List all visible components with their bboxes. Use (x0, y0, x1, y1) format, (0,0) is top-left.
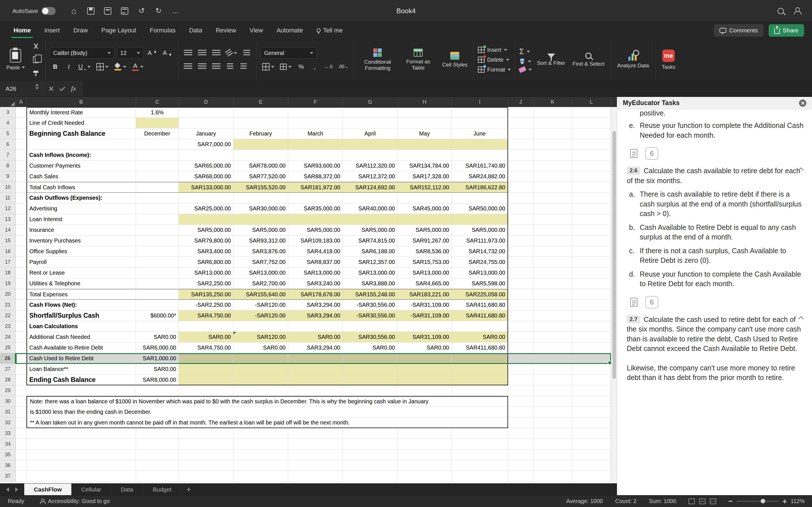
cell-F3[interactable] (288, 107, 343, 118)
cell-A34[interactable] (16, 439, 27, 450)
cell-B13[interactable]: Loan Interest (27, 214, 136, 225)
font-size-select[interactable]: 12 (117, 47, 144, 59)
cell-D8[interactable]: SAR65,000.00 (179, 161, 234, 171)
cell-I25[interactable]: SAR411,680.80 (452, 342, 508, 353)
step-count-badge[interactable]: 6 (645, 147, 658, 160)
row-header-32[interactable]: 32 (0, 417, 16, 428)
cell-E7[interactable] (234, 150, 288, 161)
row-header-18[interactable]: 18 (0, 268, 16, 278)
cell-G25[interactable]: SAR0.00 (343, 342, 398, 353)
cell-G8[interactable]: SAR112,320.00 (343, 161, 398, 171)
row-header-17[interactable]: 17 (0, 257, 16, 268)
cell-C13[interactable] (136, 214, 179, 225)
cell-J19[interactable] (508, 278, 534, 289)
cell-K15[interactable] (534, 235, 572, 246)
row-header-11[interactable]: 11 (0, 193, 16, 203)
cell-H19[interactable]: SAR4,665.00 (398, 278, 452, 289)
cell-J30[interactable] (508, 396, 534, 407)
cell-D35[interactable] (179, 450, 234, 460)
cell-L33[interactable] (572, 428, 611, 439)
row-header-14[interactable]: 14 (0, 225, 16, 235)
cell-L30[interactable] (572, 396, 611, 407)
page-break-view-icon[interactable] (710, 499, 716, 504)
cell-F36[interactable] (288, 460, 343, 471)
cell-H12[interactable]: SAR45,000.00 (398, 203, 452, 214)
cell-A16[interactable] (16, 246, 27, 257)
cell-L26[interactable] (572, 353, 611, 364)
cell-F14[interactable]: SAR5,000.00 (288, 225, 343, 235)
cell-G35[interactable] (343, 450, 398, 460)
cell-F18[interactable]: SAR13,000.00 (288, 268, 343, 278)
cell-D33[interactable] (179, 428, 234, 439)
cell-L18[interactable] (572, 268, 611, 278)
cell-I8[interactable]: SAR161,740.80 (452, 161, 508, 171)
fill-button[interactable] (519, 58, 532, 64)
cell-G11[interactable] (343, 193, 398, 203)
cell-D13[interactable] (179, 214, 234, 225)
increase-font-button[interactable]: A▲ (146, 47, 159, 59)
format-as-table-button[interactable]: Format as Table (399, 48, 437, 72)
cell-H36[interactable] (398, 460, 452, 471)
font-color-button[interactable]: A (130, 61, 145, 72)
cell-E5[interactable]: February (234, 128, 288, 139)
cell-I13[interactable] (452, 214, 508, 225)
row-header-12[interactable]: 12 (0, 203, 16, 214)
cell-D24[interactable]: SAR0.00 (179, 332, 234, 342)
cell-J21[interactable] (508, 300, 534, 311)
paste-button[interactable]: Paste (4, 48, 28, 71)
cell-F5[interactable]: March (288, 128, 343, 139)
zoom-out-icon[interactable] (728, 501, 732, 502)
cell-C5[interactable]: December (136, 128, 179, 139)
cell-A7[interactable] (16, 150, 27, 161)
cell-E3[interactable] (234, 107, 288, 118)
cell-I6[interactable] (452, 139, 508, 150)
cell-G4[interactable] (343, 118, 398, 128)
align-right-button[interactable] (210, 61, 222, 72)
cell-J31[interactable] (508, 407, 534, 417)
cell-A22[interactable] (16, 311, 27, 321)
cell-K9[interactable] (534, 171, 572, 182)
cell-A17[interactable] (16, 257, 27, 268)
autosave-toggle[interactable] (42, 7, 56, 15)
cell-G36[interactable] (343, 460, 398, 471)
cell-B36[interactable] (27, 460, 136, 471)
cell-B3[interactable]: Monthly Interest Rate (27, 107, 136, 118)
font-name-select[interactable]: Calibri (Body) (50, 47, 114, 59)
cell-E15[interactable]: SAR93,312.00 (234, 235, 288, 246)
cell-A6[interactable] (16, 139, 27, 150)
cell-E17[interactable]: SAR7,752.00 (234, 257, 288, 268)
format-painter-button[interactable] (30, 68, 42, 79)
row-header-20[interactable]: 20 (0, 289, 16, 300)
open-reading-button[interactable] (627, 147, 640, 160)
cut-button[interactable] (30, 41, 42, 52)
cell-J29[interactable] (508, 385, 534, 396)
cell-B33[interactable] (27, 428, 136, 439)
cell-H21[interactable]: -SAR31,109.00 (398, 300, 452, 311)
cell-K29[interactable] (534, 385, 572, 396)
note-row-31[interactable]: is $1000 less than the ending cash in De… (27, 407, 508, 417)
cell-F37[interactable] (288, 471, 343, 482)
cell-J37[interactable] (508, 471, 534, 482)
cell-B18[interactable]: Rent or Lease (27, 268, 136, 278)
formula-input[interactable] (82, 80, 812, 97)
cell-C20[interactable] (136, 289, 179, 300)
cell-L29[interactable] (572, 385, 611, 396)
cell-A20[interactable] (16, 289, 27, 300)
cell-B20[interactable]: Total Expenses (27, 289, 136, 300)
column-header-C[interactable]: C (136, 97, 179, 107)
accessibility-status[interactable]: Accessibility: Good to go (40, 498, 110, 504)
cell-B12[interactable]: Advertising (27, 203, 136, 214)
cell-J9[interactable] (508, 171, 534, 182)
cell-J22[interactable] (508, 311, 534, 321)
cell-B26[interactable]: Cash Used to Retire Debt (27, 353, 136, 364)
underline-button[interactable]: U (77, 61, 93, 72)
row-header-28[interactable]: 28 (0, 375, 16, 385)
save-as-icon[interactable] (120, 6, 130, 16)
cell-D18[interactable]: SAR13,000.00 (179, 268, 234, 278)
fill-color-button[interactable] (112, 61, 128, 72)
cell-B15[interactable]: Inventory Purchases (27, 235, 136, 246)
cell-D16[interactable]: SAR3,400.00 (179, 246, 234, 257)
share-button[interactable]: Share (769, 24, 804, 37)
close-pane-icon[interactable] (799, 100, 806, 107)
cell-J23[interactable] (508, 321, 534, 332)
